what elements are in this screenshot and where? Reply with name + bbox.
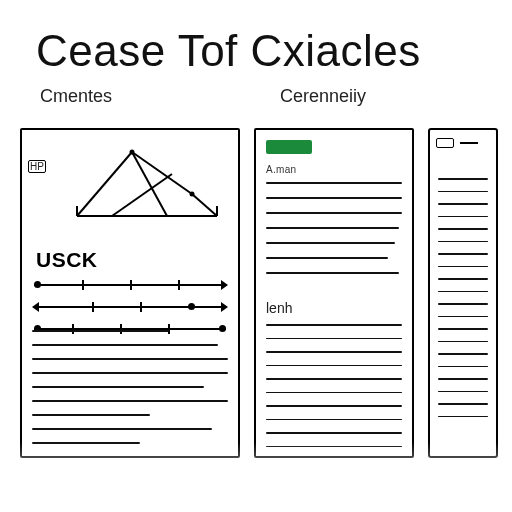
card-diagram: HP USCK xyxy=(20,128,240,458)
list-bottom xyxy=(266,324,402,459)
svg-line-1 xyxy=(77,152,132,216)
title-word-2: Tof xyxy=(178,26,238,75)
svg-line-2 xyxy=(132,152,192,194)
list-slim xyxy=(438,178,488,428)
card-row: HP USCK xyxy=(20,128,498,458)
page-title: Cease Tof Cxiacles xyxy=(0,0,512,86)
card-list: A.man lenh xyxy=(254,128,414,458)
subheading-row: Cmentes Cerenneiiy xyxy=(0,86,512,107)
card-top-label: A.man xyxy=(266,164,296,175)
accent-tab xyxy=(266,140,312,154)
scale-axis-2 xyxy=(34,300,226,314)
scale-axis-1 xyxy=(34,278,226,292)
svg-line-5 xyxy=(132,152,167,216)
card-mid-label: lenh xyxy=(266,300,292,316)
svg-line-3 xyxy=(192,194,217,216)
title-word-3: Cxiacles xyxy=(251,26,421,75)
subheading-left: Cmentes xyxy=(40,86,250,107)
subheading-right: Cerenneiiy xyxy=(280,86,366,107)
geometry-figure-icon xyxy=(72,144,222,224)
svg-point-9 xyxy=(190,192,195,197)
card-slim xyxy=(428,128,498,458)
tag-label: HP xyxy=(28,160,46,173)
svg-point-8 xyxy=(130,150,135,155)
mini-dash xyxy=(460,142,478,144)
text-lines xyxy=(32,330,228,456)
mini-tag-icon xyxy=(436,138,454,148)
list-top xyxy=(266,182,402,287)
title-word-1: Cease xyxy=(36,26,166,75)
card-heading: USCK xyxy=(36,248,98,272)
